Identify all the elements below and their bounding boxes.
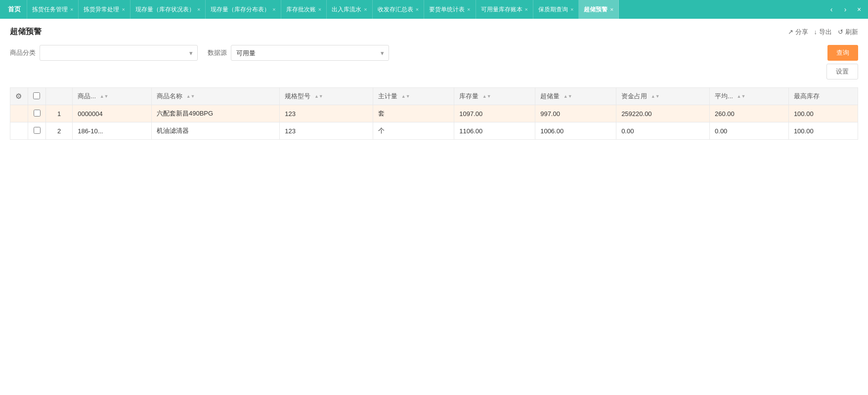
close-tab-5[interactable]: × — [364, 6, 367, 12]
row-product-name: 机油滤清器 — [152, 122, 280, 140]
nav-prev-btn[interactable]: ‹ — [825, 0, 838, 19]
nav-tab-5[interactable]: 出入库流水 × — [327, 0, 372, 19]
sort-icon-spec: ▲▼ — [314, 94, 323, 99]
table-header-row: ⚙ 商品... ▲▼ 商品名称 ▲▼ 规格型号 ▲▼ — [10, 88, 858, 105]
page-content: 超储预警 ↗ 分享 ↓ 导出 ↺ 刷新 商品分类 — [0, 19, 868, 395]
row-avg: 260.00 — [710, 105, 789, 122]
page-title: 超储预警 — [10, 27, 42, 37]
row-spec: 123 — [280, 105, 373, 122]
nav-tab-7[interactable]: 要货单统计表 × — [424, 0, 476, 19]
th-product-code[interactable]: 商品... ▲▼ — [73, 88, 152, 105]
row-gear — [10, 105, 28, 122]
close-tab-7[interactable]: × — [467, 6, 470, 12]
share-button[interactable]: ↗ 分享 — [788, 28, 808, 37]
row-max-stock: 100.00 — [788, 122, 858, 140]
nav-tab-1[interactable]: 拣货异常处理 × — [79, 0, 130, 19]
row-unit: 个 — [373, 122, 454, 140]
close-tab-3[interactable]: × — [272, 6, 275, 12]
select-all-checkbox[interactable] — [33, 92, 40, 99]
sort-icon-over-stock: ▲▼ — [564, 94, 572, 99]
close-tab-10[interactable]: × — [610, 6, 613, 12]
nav-tab-3[interactable]: 现存量（库存分布表） × — [206, 0, 281, 19]
close-tab-6[interactable]: × — [416, 6, 419, 12]
row-over-stock: 1006.00 — [535, 122, 616, 140]
nav-tab-9[interactable]: 保质期查询 × — [533, 0, 579, 19]
sort-icon-code: ▲▼ — [100, 94, 109, 99]
refresh-icon: ↺ — [838, 28, 843, 36]
page-header: 超储预警 ↗ 分享 ↓ 导出 ↺ 刷新 — [10, 27, 858, 37]
share-icon: ↗ — [788, 28, 793, 36]
row-checkbox[interactable] — [28, 122, 46, 140]
set-button[interactable]: 设置 — [826, 64, 858, 79]
row-avg: 0.00 — [710, 122, 789, 140]
row-product-code: 0000004 — [73, 105, 152, 122]
sort-icon-avg: ▲▼ — [737, 94, 746, 99]
sort-icon-stock: ▲▼ — [482, 94, 491, 99]
close-tab-4[interactable]: × — [318, 6, 321, 12]
th-unit[interactable]: 主计量 ▲▼ — [373, 88, 454, 105]
category-select-wrap — [40, 45, 198, 61]
top-nav: 首页 拣货任务管理 × 拣货异常处理 × 现存量（库存状况表） × 现存量（库存… — [0, 0, 868, 19]
th-spec[interactable]: 规格型号 ▲▼ — [280, 88, 373, 105]
datasource-filter: 数据源 可用量 现存量 — [208, 45, 389, 61]
category-label: 商品分类 — [10, 48, 36, 57]
row-num: 2 — [46, 122, 73, 140]
row-stock: 1106.00 — [454, 122, 535, 140]
datasource-select[interactable]: 可用量 现存量 — [231, 45, 389, 61]
gear-icon[interactable]: ⚙ — [15, 92, 22, 100]
th-product-name[interactable]: 商品名称 ▲▼ — [152, 88, 280, 105]
nav-tab-4[interactable]: 库存批次账 × — [281, 0, 327, 19]
nav-tab-10[interactable]: 超储预警 × — [579, 0, 618, 19]
row-product-code: 186-10... — [73, 122, 152, 140]
row-num: 1 — [46, 105, 73, 122]
query-button[interactable]: 查询 — [827, 45, 858, 61]
close-tab-0[interactable]: × — [70, 6, 73, 12]
close-tab-1[interactable]: × — [122, 6, 125, 12]
filter-buttons: 查询 设置 — [826, 45, 858, 79]
close-tab-9[interactable]: × — [570, 6, 573, 12]
table-row: 2 186-10... 机油滤清器 123 个 1106.00 1006.00 … — [10, 122, 858, 140]
th-max-stock[interactable]: 最高库存 — [788, 88, 858, 105]
close-tab-8[interactable]: × — [525, 6, 528, 12]
table-row: 1 0000004 六配套新昌490BPG 123 套 1097.00 997.… — [10, 105, 858, 122]
th-capital[interactable]: 资金占用 ▲▼ — [616, 88, 710, 105]
th-gear[interactable]: ⚙ — [10, 88, 28, 105]
category-filter: 商品分类 — [10, 45, 198, 61]
nav-tab-8[interactable]: 可用量库存账本 × — [476, 0, 533, 19]
export-icon: ↓ — [814, 28, 818, 36]
row-select-checkbox[interactable] — [34, 110, 41, 117]
export-button[interactable]: ↓ 导出 — [814, 28, 832, 37]
row-over-stock: 997.00 — [535, 105, 616, 122]
row-checkbox[interactable] — [28, 105, 46, 122]
nav-tab-0[interactable]: 拣货任务管理 × — [27, 0, 79, 19]
th-avg[interactable]: 平均... ▲▼ — [710, 88, 789, 105]
close-tab-2[interactable]: × — [197, 6, 200, 12]
datasource-label: 数据源 — [208, 48, 227, 57]
nav-close-all-btn[interactable]: × — [852, 0, 866, 19]
row-select-checkbox[interactable] — [34, 127, 41, 134]
th-num — [46, 88, 73, 105]
row-capital: 259220.00 — [616, 105, 710, 122]
refresh-button[interactable]: ↺ 刷新 — [838, 28, 858, 37]
th-checkbox[interactable] — [28, 88, 46, 105]
sort-icon-capital: ▲▼ — [651, 94, 660, 99]
row-product-name: 六配套新昌490BPG — [152, 105, 280, 122]
sort-icon-name: ▲▼ — [186, 94, 195, 99]
datasource-select-wrap: 可用量 现存量 — [231, 45, 389, 61]
data-table: ⚙ 商品... ▲▼ 商品名称 ▲▼ 规格型号 ▲▼ — [10, 87, 858, 140]
row-spec: 123 — [280, 122, 373, 140]
row-capital: 0.00 — [616, 122, 710, 140]
row-stock: 1097.00 — [454, 105, 535, 122]
row-gear — [10, 122, 28, 140]
row-unit: 套 — [373, 105, 454, 122]
th-over-stock[interactable]: 超储量 ▲▼ — [535, 88, 616, 105]
nav-arrows: ‹ › × — [825, 0, 866, 19]
nav-tab-6[interactable]: 收发存汇总表 × — [373, 0, 424, 19]
sort-icon-unit: ▲▼ — [401, 94, 410, 99]
nav-next-btn[interactable]: › — [838, 0, 852, 19]
th-stock[interactable]: 库存量 ▲▼ — [454, 88, 535, 105]
header-actions: ↗ 分享 ↓ 导出 ↺ 刷新 — [788, 28, 859, 37]
nav-home[interactable]: 首页 — [2, 0, 27, 19]
nav-tab-2[interactable]: 现存量（库存状况表） × — [130, 0, 206, 19]
category-select[interactable] — [40, 45, 198, 61]
